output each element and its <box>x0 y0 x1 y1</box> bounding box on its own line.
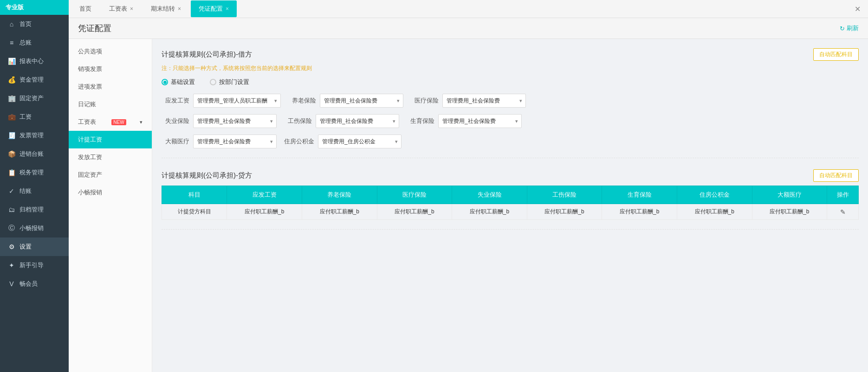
sidebar-item-label: 归档管理 <box>19 205 44 214</box>
tab-period-close-label: 期末结转 <box>151 5 175 13</box>
field-housing-fund: 住房公积金 管理费用_住房公积金 <box>284 135 402 148</box>
brand-logo: 专业版 <box>0 0 69 15</box>
salary-select[interactable]: 管理费用_管理人员职工薪酬 <box>193 94 281 108</box>
sidebar-item-funds[interactable]: 💰 资金管理 <box>0 71 69 89</box>
sidebar-item-label: 固定资产 <box>19 94 44 103</box>
auto-match-credit-button[interactable]: 自动匹配科目 <box>813 169 859 182</box>
sub-nav-public-label: 公共选项 <box>78 48 102 55</box>
sidebar-item-xiaochang[interactable]: Ⓒ 小畅报销 <box>0 219 69 237</box>
maternity-select[interactable]: 管理费用_社会保险费 <box>438 114 522 128</box>
tab-salary-table-label: 工资表 <box>109 5 127 13</box>
archive-icon: 🗂 <box>7 206 16 213</box>
injury-select[interactable]: 管理费用_社会保险费 <box>316 114 399 128</box>
tab-salary-table[interactable]: 工资表 × <box>101 0 141 17</box>
field-injury: 工伤保险 管理费用_社会保险费 <box>284 114 399 128</box>
unemployment-select[interactable]: 管理费用_社会保险费 <box>193 114 277 128</box>
col-header-subject: 科目 <box>162 186 227 204</box>
sub-nav-accrual[interactable]: 计提工资 <box>69 131 152 148</box>
window-close-btn[interactable]: ✕ <box>849 1 866 17</box>
tab-period-close-close[interactable]: × <box>178 6 181 12</box>
housing-fund-select[interactable]: 管理费用_住房公积金 <box>318 135 402 148</box>
sidebar-item-settings[interactable]: ⚙ 设置 <box>0 237 69 256</box>
row-injury-val: 应付职工薪酬_b <box>527 204 602 220</box>
vip-icon: V <box>7 280 16 288</box>
col-header-medical: 医疗保险 <box>377 186 452 204</box>
sub-nav-purchase-invoice-label: 进项发票 <box>78 83 102 90</box>
sub-nav-journal[interactable]: 日记账 <box>69 96 152 113</box>
major-medical-select[interactable]: 管理费用_社会保险费 <box>193 135 277 148</box>
housing-fund-label: 住房公积金 <box>284 137 314 146</box>
field-medical: 医疗保险 管理费用_社会保险费 <box>411 94 526 108</box>
sidebar-item-label: 新手引导 <box>19 261 44 269</box>
ledger-icon: ≡ <box>7 39 16 46</box>
sidebar-item-label: 资金管理 <box>19 76 44 84</box>
sidebar-item-archive[interactable]: 🗂 归档管理 <box>0 200 69 219</box>
sidebar-item-tax[interactable]: 📋 税务管理 <box>0 163 69 182</box>
row-pension-val: 应付职工薪酬_b <box>302 204 377 220</box>
sub-nav-salary-table-label: 工资表 <box>78 118 96 126</box>
sub-nav-fixed-assets[interactable]: 固定资产 <box>69 166 152 184</box>
section-credit-header: 计提核算规则(公司承担)-贷方 自动匹配科目 <box>162 169 859 182</box>
edit-icon[interactable]: ✎ <box>840 208 846 216</box>
sub-nav-purchase-invoice[interactable]: 进项发票 <box>69 78 152 96</box>
tab-salary-table-close[interactable]: × <box>130 6 133 12</box>
pension-select-wrapper: 管理费用_社会保险费 <box>320 94 403 108</box>
tab-home[interactable]: 首页 <box>71 0 99 17</box>
major-medical-label: 大额医疗 <box>162 137 189 146</box>
sidebar-item-label: 税务管理 <box>19 168 44 177</box>
form-row-1: 应发工资 管理费用_管理人员职工薪酬 养老保险 管理费用_社会保险费 <box>162 94 859 108</box>
tab-voucher-config-close[interactable]: × <box>226 6 229 12</box>
credit-table-header-row: 科目 应发工资 养老保险 医疗保险 失业保险 工伤保险 生育保险 住房公积金 大… <box>162 186 859 204</box>
salary-icon: 💼 <box>7 113 16 121</box>
tab-voucher-config[interactable]: 凭证配置 × <box>191 0 237 17</box>
sidebar-item-home[interactable]: ⌂ 首页 <box>0 15 69 33</box>
sidebar-item-salary[interactable]: 💼 工资 <box>0 108 69 126</box>
radio-dept-label: 按部门设置 <box>219 78 249 86</box>
tab-home-label: 首页 <box>79 5 91 13</box>
auto-match-debit-button[interactable]: 自动匹配科目 <box>813 48 859 61</box>
medical-select[interactable]: 管理费用_社会保险费 <box>442 94 526 108</box>
radio-group-debit: 基础设置 按部门设置 <box>162 78 859 86</box>
medical-label: 医疗保险 <box>411 96 439 105</box>
sidebar-item-stock[interactable]: 📦 进销台账 <box>0 145 69 163</box>
refresh-icon: ↻ <box>840 25 845 32</box>
row-major-medical-val: 应付职工薪酬_b <box>752 204 827 220</box>
field-major-medical: 大额医疗 管理费用_社会保险费 <box>162 135 277 148</box>
reports-icon: 📊 <box>7 58 16 65</box>
stock-icon: 📦 <box>7 150 16 158</box>
sidebar-item-reports[interactable]: 📊 报表中心 <box>0 52 69 71</box>
sub-nav-sales-invoice[interactable]: 销项发票 <box>69 60 152 78</box>
sidebar-item-vip[interactable]: V 畅会员 <box>0 275 69 293</box>
row-action-edit[interactable]: ✎ <box>827 204 859 220</box>
debit-form-rows: 应发工资 管理费用_管理人员职工薪酬 养老保险 管理费用_社会保险费 <box>162 94 859 148</box>
sidebar-item-guide[interactable]: ✦ 新手引导 <box>0 256 69 275</box>
row-housing-val: 应付职工薪酬_b <box>677 204 752 220</box>
tab-period-close[interactable]: 期末结转 × <box>143 0 189 17</box>
expand-arrow-icon: ▾ <box>140 119 143 125</box>
sidebar-item-label: 总账 <box>19 38 32 47</box>
sub-nav-xiaochang-expense[interactable]: 小畅报销 <box>69 184 152 201</box>
radio-dept[interactable]: 按部门设置 <box>210 78 249 86</box>
field-unemployment: 失业保险 管理费用_社会保险费 <box>162 114 277 128</box>
refresh-label: 刷新 <box>847 24 859 32</box>
col-header-major-medical: 大额医疗 <box>752 186 827 204</box>
sidebar-item-assets[interactable]: 🏢 固定资产 <box>0 89 69 108</box>
sidebar-item-closing[interactable]: ✓ 结账 <box>0 182 69 200</box>
refresh-button[interactable]: ↻ 刷新 <box>840 24 859 32</box>
funds-icon: 💰 <box>7 76 16 83</box>
sidebar-item-invoice[interactable]: 🧾 发票管理 <box>0 126 69 145</box>
page-title: 凭证配置 <box>78 23 111 34</box>
sidebar-item-ledger[interactable]: ≡ 总账 <box>0 33 69 52</box>
sub-nav-issue-salary[interactable]: 发放工资 <box>69 148 152 166</box>
row-medical-val: 应付职工薪酬_b <box>377 204 452 220</box>
section-credit: 计提核算规则(公司承担)-贷方 自动匹配科目 科目 应发工资 养老保险 医疗保险… <box>162 169 859 230</box>
pension-select[interactable]: 管理费用_社会保险费 <box>320 94 403 108</box>
sub-nav-salary-table[interactable]: 工资表 NEW ▾ <box>69 113 152 131</box>
salary-label: 应发工资 <box>162 96 189 105</box>
closing-icon: ✓ <box>7 187 16 195</box>
radio-basic[interactable]: 基础设置 <box>162 78 195 86</box>
sub-nav-public[interactable]: 公共选项 <box>69 43 152 60</box>
table-row: 计提贷方科目 应付职工薪酬_b 应付职工薪酬_b 应付职工薪酬_b 应付职工薪酬… <box>162 204 859 220</box>
form-row-3: 大额医疗 管理费用_社会保险费 住房公积金 管理费用_住房公积金 <box>162 135 859 148</box>
field-pension: 养老保险 管理费用_社会保险费 <box>288 94 403 108</box>
